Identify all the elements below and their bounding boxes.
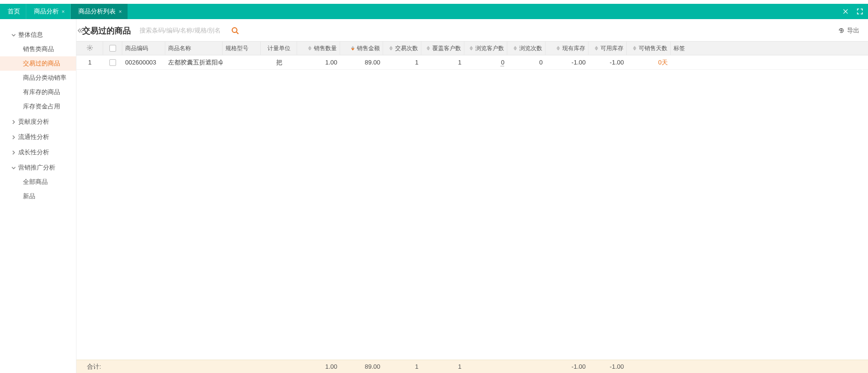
export-label: 导出 xyxy=(847,26,859,35)
sort-icon xyxy=(351,46,354,51)
cell-code: 002600003 xyxy=(122,55,165,69)
col-stock-avail[interactable]: 可用库存 xyxy=(589,42,627,55)
svg-point-1 xyxy=(89,47,91,49)
cell-trade-count: 1 xyxy=(383,55,421,69)
tab-label: 商品分析列表 xyxy=(78,7,116,16)
sidebar-group-label: 贡献度分析 xyxy=(18,117,49,126)
sort-icon xyxy=(308,46,311,51)
cell-sale-amount: 89.00 xyxy=(340,55,383,69)
sort-icon xyxy=(514,46,517,51)
row-select[interactable] xyxy=(103,55,122,69)
toolbar: 交易过的商品 导出 xyxy=(76,19,868,41)
cell-view-customers[interactable]: 0 xyxy=(464,55,507,69)
footer-label: 合计: xyxy=(76,360,122,373)
footer-sale-qty: 1.00 xyxy=(297,360,340,373)
col-tag[interactable]: 标签 xyxy=(671,42,776,55)
chevron-right-icon xyxy=(11,120,16,124)
chevron-down-icon xyxy=(11,33,16,37)
select-all-header[interactable] xyxy=(103,42,122,55)
sidebar-group-overall[interactable]: 整体信息 xyxy=(0,28,76,42)
page-title: 交易过的商品 xyxy=(82,25,131,36)
col-sale-amount[interactable]: 销售金额 xyxy=(340,42,383,55)
data-table: 商品编码 商品名称 规格型号 计量单位 销售数量 销售金额 交易次数 xyxy=(76,41,868,373)
table-footer: 合计: 1.00 89.00 1 1 -1.00 -1.00 xyxy=(76,360,868,373)
col-stock-now[interactable]: 现有库存 xyxy=(546,42,589,55)
sort-icon xyxy=(427,46,430,51)
sidebar-item-all-products[interactable]: 全部商品 xyxy=(0,175,76,189)
col-customer-cover[interactable]: 覆盖客户数 xyxy=(421,42,464,55)
tab-bar: 首页 商品分析 × 商品分析列表 × xyxy=(0,4,868,19)
col-sale-qty[interactable]: 销售数量 xyxy=(297,42,340,55)
col-view-customers[interactable]: 浏览客户数 xyxy=(464,42,507,55)
col-code[interactable]: 商品编码 xyxy=(122,42,165,55)
search-input[interactable] xyxy=(139,25,230,36)
footer-sale-amount: 89.00 xyxy=(340,360,383,373)
cell-sale-days: 0天 xyxy=(627,55,671,69)
close-icon[interactable]: × xyxy=(118,9,121,14)
sort-icon xyxy=(595,46,598,51)
footer-trade-count: 1 xyxy=(383,360,421,373)
cell-stock-now: -1.00 xyxy=(546,55,589,69)
export-icon xyxy=(838,27,845,34)
sidebar-group-marketing[interactable]: 营销推广分析 xyxy=(0,160,76,175)
footer-view-customers xyxy=(464,360,507,373)
row-index: 1 xyxy=(76,55,103,69)
sidebar-group-label: 营销推广分析 xyxy=(18,163,55,172)
gear-icon xyxy=(86,44,93,53)
cell-customer-cover: 1 xyxy=(421,55,464,69)
sidebar: 整体信息 销售类商品 交易过的商品 商品分类动销率 有库存的商品 库存资金占用 … xyxy=(0,19,76,373)
table-header: 商品编码 商品名称 规格型号 计量单位 销售数量 销售金额 交易次数 xyxy=(76,41,868,55)
sidebar-group-growth[interactable]: 成长性分析 xyxy=(0,145,76,160)
sidebar-item-in-stock[interactable]: 有库存的商品 xyxy=(0,85,76,99)
checkbox[interactable] xyxy=(109,59,116,66)
chevron-down-icon xyxy=(11,166,16,170)
close-icon[interactable]: × xyxy=(62,9,64,14)
col-unit[interactable]: 计量单位 xyxy=(261,42,297,55)
tab-label: 首页 xyxy=(8,7,20,16)
footer-stock-avail: -1.00 xyxy=(589,360,627,373)
export-button[interactable]: 导出 xyxy=(838,26,859,35)
tab-home[interactable]: 首页 xyxy=(0,4,26,19)
tab-product-analysis[interactable]: 商品分析 × xyxy=(26,4,71,19)
sidebar-group-liquidity[interactable]: 流通性分析 xyxy=(0,130,76,144)
checkbox[interactable] xyxy=(109,45,116,52)
sort-icon xyxy=(557,46,560,51)
sort-icon xyxy=(633,46,636,51)
cell-view-count: 0 xyxy=(507,55,546,69)
main-panel: 交易过的商品 导出 商品编码 商品名称 规格型 xyxy=(76,19,868,373)
sidebar-group-label: 整体信息 xyxy=(18,31,43,39)
search-icon[interactable] xyxy=(231,27,239,34)
footer-view-count xyxy=(507,360,546,373)
sidebar-group-label: 成长性分析 xyxy=(18,148,49,157)
chevron-right-icon xyxy=(11,135,16,139)
sidebar-item-category-turnover[interactable]: 商品分类动销率 xyxy=(0,71,76,85)
col-view-count[interactable]: 浏览次数 xyxy=(507,42,546,55)
col-spec[interactable]: 规格型号 xyxy=(223,42,261,55)
tab-product-analysis-list[interactable]: 商品分析列表 × xyxy=(71,4,127,19)
cell-tag xyxy=(671,55,776,69)
svg-point-0 xyxy=(232,28,237,32)
cell-unit: 把 xyxy=(261,55,297,69)
col-trade-count[interactable]: 交易次数 xyxy=(383,42,421,55)
chevron-right-icon xyxy=(11,150,16,155)
collapse-sidebar-button[interactable] xyxy=(75,26,85,35)
close-all-button[interactable] xyxy=(839,5,852,18)
sort-icon xyxy=(389,46,393,51)
sidebar-group-contribution[interactable]: 贡献度分析 xyxy=(0,115,76,129)
sidebar-item-traded-products[interactable]: 交易过的商品 xyxy=(0,56,76,71)
tab-label: 商品分析 xyxy=(34,7,59,16)
footer-customer-cover: 1 xyxy=(421,360,464,373)
col-name[interactable]: 商品名称 xyxy=(165,42,223,55)
sidebar-item-new-products[interactable]: 新品 xyxy=(0,189,76,203)
col-sale-days[interactable]: 可销售天数 xyxy=(627,42,671,55)
table-row[interactable]: 1 002600003 左都胶囊五折遮阳伞防晒伞; 把 1.00 89.00 1… xyxy=(76,55,868,70)
sidebar-item-sales-products[interactable]: 销售类商品 xyxy=(0,42,76,56)
settings-header[interactable] xyxy=(76,42,103,55)
cell-sale-qty: 1.00 xyxy=(297,55,340,69)
sort-icon xyxy=(470,46,473,51)
cell-name: 左都胶囊五折遮阳伞防晒伞; xyxy=(165,55,223,69)
sidebar-item-stock-capital[interactable]: 库存资金占用 xyxy=(0,99,76,114)
footer-stock-now: -1.00 xyxy=(546,360,589,373)
cell-spec xyxy=(223,55,261,69)
expand-icon[interactable] xyxy=(854,5,866,18)
